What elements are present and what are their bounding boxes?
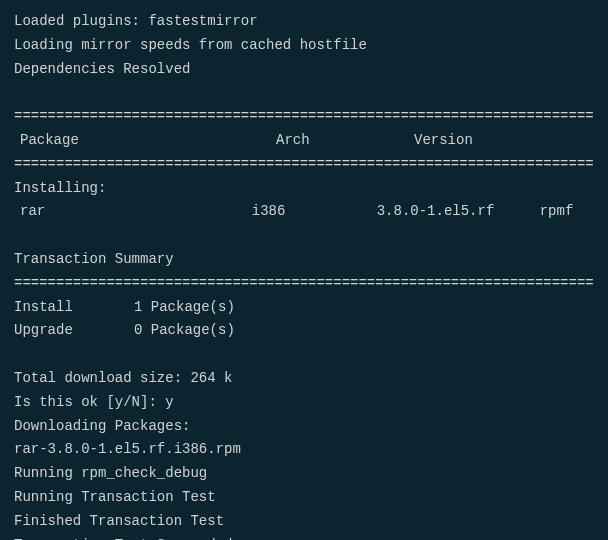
separator-line: ========================================… bbox=[14, 105, 594, 129]
loading-mirror-line: Loading mirror speeds from cached hostfi… bbox=[14, 34, 594, 58]
running-test-line: Running Transaction Test bbox=[14, 486, 594, 510]
deps-resolved-line: Dependencies Resolved bbox=[14, 58, 594, 82]
upgrade-summary-line: Upgrade 0 Package(s) bbox=[14, 319, 594, 343]
row-version: 3.8.0-1.el5.rf bbox=[377, 200, 540, 224]
installing-label: Installing: bbox=[14, 177, 594, 201]
rpm-file-line: rar-3.8.0-1.el5.rf.i386.rpm bbox=[14, 438, 594, 462]
blank-line bbox=[14, 343, 594, 367]
header-package: Package bbox=[14, 129, 276, 153]
upgrade-count: 0 Package(s) bbox=[134, 319, 234, 343]
confirm-prompt: Is this ok [y/N]: y bbox=[14, 391, 594, 415]
separator-line: ========================================… bbox=[14, 153, 594, 177]
upgrade-label: Upgrade bbox=[14, 319, 134, 343]
loaded-plugins-line: Loaded plugins: fastestmirror bbox=[14, 10, 594, 34]
row-package: rar bbox=[14, 200, 252, 224]
rpm-check-line: Running rpm_check_debug bbox=[14, 462, 594, 486]
blank-line bbox=[14, 81, 594, 105]
separator-line: ========================================… bbox=[14, 272, 594, 296]
install-count: 1 Package(s) bbox=[134, 296, 234, 320]
table-header-row: Package Arch Version bbox=[14, 129, 594, 153]
install-label: Install bbox=[14, 296, 134, 320]
table-row: rar i386 3.8.0-1.el5.rf rpmf bbox=[14, 200, 594, 224]
total-download-size: Total download size: 264 k bbox=[14, 367, 594, 391]
finished-test-line: Finished Transaction Test bbox=[14, 510, 594, 534]
header-version: Version bbox=[414, 129, 594, 153]
row-repo: rpmf bbox=[540, 200, 594, 224]
header-arch: Arch bbox=[276, 129, 414, 153]
transaction-summary-label: Transaction Summary bbox=[14, 248, 594, 272]
downloading-packages: Downloading Packages: bbox=[14, 415, 594, 439]
test-succeeded-line: Transaction Test Succeeded bbox=[14, 534, 594, 540]
row-arch: i386 bbox=[252, 200, 377, 224]
blank-line bbox=[14, 224, 594, 248]
install-summary-line: Install 1 Package(s) bbox=[14, 296, 594, 320]
